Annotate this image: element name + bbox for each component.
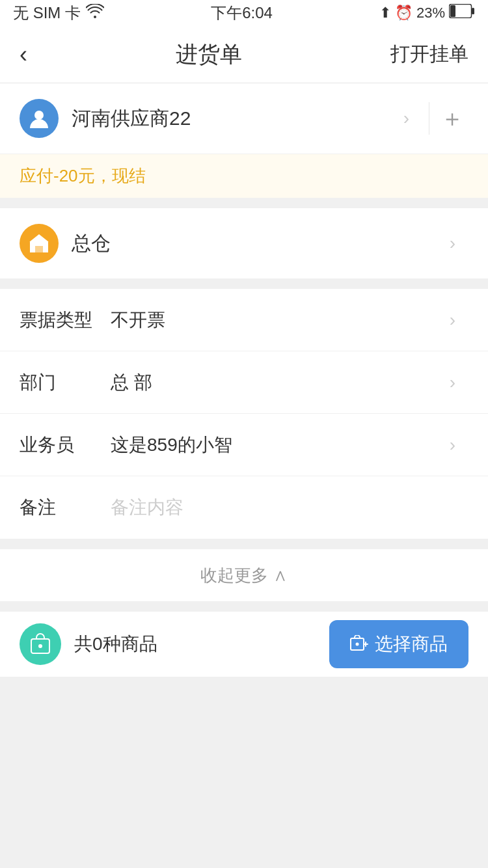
- invoice-type-label: 票据类型: [20, 308, 111, 332]
- page-title: 进货单: [176, 40, 242, 70]
- status-bar: 无 SIM 卡 下午6:04 ⬆ ⏰ 23%: [0, 0, 488, 26]
- goods-icon-wrap: [20, 623, 61, 665]
- supplier-name: 河南供应商22: [72, 105, 403, 132]
- department-row[interactable]: 部门 总 部 ›: [0, 351, 488, 414]
- department-label: 部门: [20, 370, 111, 395]
- warehouse-arrow-icon: ›: [450, 233, 455, 254]
- location-icon: ⬆: [379, 5, 391, 21]
- salesman-row[interactable]: 业务员 这是859的小智 ›: [0, 414, 488, 476]
- back-button[interactable]: ‹: [20, 41, 27, 68]
- status-left: 无 SIM 卡: [13, 3, 104, 23]
- note-row[interactable]: 备注 备注内容: [0, 476, 488, 539]
- divider: [429, 102, 429, 135]
- note-label: 备注: [20, 495, 111, 520]
- battery-label: 23%: [416, 5, 445, 21]
- alarm-icon: ⏰: [395, 5, 413, 21]
- department-arrow-icon: ›: [450, 372, 455, 393]
- svg-point-6: [38, 644, 42, 648]
- salesman-value: 这是859的小智: [111, 433, 450, 457]
- warehouse-row[interactable]: 总仓 ›: [0, 208, 488, 278]
- select-goods-button[interactable]: 选择商品: [329, 620, 468, 668]
- warehouse-card[interactable]: 总仓 ›: [0, 208, 488, 278]
- goods-count: 共0种商品: [74, 632, 329, 657]
- form-card: 票据类型 不开票 › 部门 总 部 › 业务员 这是859的小智 › 备注 备注…: [0, 289, 488, 539]
- bottom-bar: 共0种商品 选择商品: [0, 612, 488, 677]
- wifi-icon: [86, 4, 104, 22]
- invoice-type-value: 不开票: [111, 308, 450, 332]
- svg-point-8: [356, 643, 359, 646]
- note-input[interactable]: 备注内容: [111, 495, 468, 520]
- collapse-row[interactable]: 收起更多 ∧: [0, 549, 488, 601]
- supplier-row[interactable]: 河南供应商22 › ＋: [0, 83, 488, 154]
- supplier-arrow-icon: ›: [403, 108, 409, 129]
- warehouse-name: 总仓: [72, 230, 450, 257]
- salesman-arrow-icon: ›: [450, 435, 455, 455]
- nav-bar: ‹ 进货单 打开挂单: [0, 26, 488, 83]
- svg-point-3: [34, 111, 44, 120]
- svg-rect-2: [450, 5, 455, 17]
- department-value: 总 部: [111, 370, 450, 395]
- status-time: 下午6:04: [211, 3, 273, 23]
- notice-bar: 应付-20元，现结: [0, 154, 488, 198]
- warehouse-icon: [20, 224, 59, 263]
- status-right: ⬆ ⏰ 23%: [379, 4, 475, 22]
- select-goods-label: 选择商品: [375, 632, 448, 657]
- sim-label: 无 SIM 卡: [13, 3, 81, 23]
- battery-icon: [449, 4, 475, 22]
- gray-area: [0, 677, 488, 868]
- salesman-label: 业务员: [20, 433, 111, 457]
- supplier-avatar: [20, 99, 59, 138]
- supplier-card: 河南供应商22 › ＋ 应付-20元，现结: [0, 83, 488, 198]
- add-supplier-button[interactable]: ＋: [436, 102, 468, 135]
- open-pending-button[interactable]: 打开挂单: [390, 41, 468, 68]
- invoice-type-row[interactable]: 票据类型 不开票 ›: [0, 289, 488, 351]
- svg-rect-4: [35, 246, 43, 252]
- collapse-label: 收起更多 ∧: [200, 564, 287, 587]
- svg-rect-1: [472, 8, 474, 14]
- invoice-arrow-icon: ›: [450, 310, 455, 331]
